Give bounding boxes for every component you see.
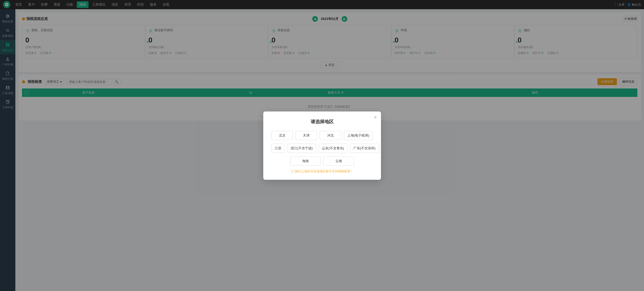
modal-warning: ⓘ 除以上地区外其他地区暂不支持报税检查！ xyxy=(271,169,373,174)
region-hainan[interactable]: 海南 xyxy=(290,156,321,166)
region-row-2: 江苏 浙江(不含宁波) 山东(不含青岛) 广东(不含深圳) xyxy=(271,144,373,153)
region-yunnan[interactable]: 云南 xyxy=(323,156,354,166)
modal-overlay[interactable]: × 请选择地区 北京 天津 河北 上海(电子税局) 江苏 浙江(不含宁波) 山东… xyxy=(0,0,644,291)
region-guangdong[interactable]: 广东(不含深圳) xyxy=(350,144,379,153)
warning-icon: ⓘ xyxy=(291,169,294,174)
region-tianjin[interactable]: 天津 xyxy=(296,131,317,140)
region-row-3: 海南 云南 xyxy=(271,156,373,166)
region-shanghai[interactable]: 上海(电子税局) xyxy=(344,131,373,140)
region-jiangsu[interactable]: 江苏 xyxy=(271,144,285,153)
region-shandong[interactable]: 山东(不含青岛) xyxy=(319,144,347,153)
modal-close-btn[interactable]: × xyxy=(374,115,377,120)
region-row-1: 北京 天津 河北 上海(电子税局) xyxy=(271,131,373,140)
region-zhejiang[interactable]: 浙江(不含宁波) xyxy=(287,144,316,153)
region-hebei[interactable]: 河北 xyxy=(320,131,341,140)
region-modal: × 请选择地区 北京 天津 河北 上海(电子税局) 江苏 浙江(不含宁波) 山东… xyxy=(263,111,381,180)
region-beijing[interactable]: 北京 xyxy=(271,131,293,140)
modal-title: 请选择地区 xyxy=(271,119,373,125)
